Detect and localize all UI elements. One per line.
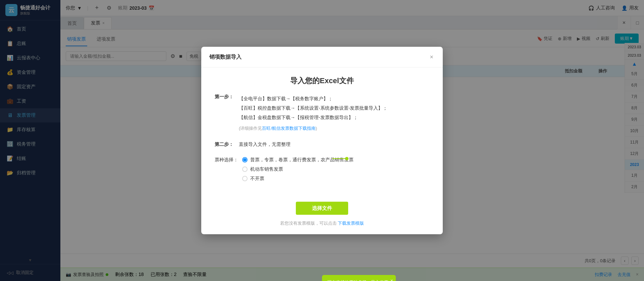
tooltip-wrapper: × 现在支持的票种多了，导入发票时别忘了选择正确的发票类型呀！ <box>349 144 423 173</box>
tooltip-line <box>332 158 345 159</box>
tooltip-dot <box>345 157 348 160</box>
ticket-label: 票种选择： <box>215 157 238 163</box>
modal-footer: 选择文件 若您没有发票模版，可以点击 下载发票模版 <box>201 196 443 234</box>
step1-line2: 【百旺】税控盘数据下载→【系统设置-系统参数设置-发票批量导入】； <box>239 103 387 113</box>
tooltip-box: × 现在支持的票种多了，导入发票时别忘了选择正确的发票类型呀！ <box>322 275 396 281</box>
download-note: 若您没有发票模版，可以点击 <box>280 221 337 226</box>
step1-line3: 【航信】金税盘数据下载→【报税管理-发票数据导出】； <box>239 113 387 122</box>
tooltip-container: × 现在支持的票种多了，导入发票时别忘了选择正确的发票类型呀！ <box>349 144 423 173</box>
tooltip-text: 现在支持的票种多了，导入发票时别忘了选择正确的发票类型呀！ <box>327 280 388 281</box>
modal-close-btn[interactable]: × <box>428 52 435 62</box>
step2-content: 直接导入文件，无需整理 <box>236 139 290 149</box>
radio-label-2: 机动车销售发票 <box>250 166 283 172</box>
modal-title: 销项数据导入 <box>209 54 241 61</box>
import-modal: 销项数据导入 × 导入您的Excel文件 第一步： 【全电平台】数据下载→【税务… <box>201 47 443 234</box>
guide-link[interactable]: 百旺/航信发票数据下载指南 <box>262 126 316 131</box>
radio-circle-1 <box>242 157 248 163</box>
modal-body: 导入您的Excel文件 第一步： 【全电平台】数据下载→【税务数字账户】； 【百… <box>201 68 443 196</box>
tooltip-close-btn[interactable]: × <box>390 277 393 281</box>
radio-circle-2 <box>242 167 248 172</box>
radio-group: 普票，专票，卷票，通行费发票，农产品销售发票 机动车销售发票 不开票 <box>241 157 354 182</box>
step1-line1: 【全电平台】数据下载→【税务数字账户】； <box>239 94 387 103</box>
step2-label: 第二步： <box>215 142 233 148</box>
download-link[interactable]: 下载发票模版 <box>338 221 364 226</box>
select-file-btn[interactable]: 选择文件 <box>296 202 348 215</box>
step1-content: 【全电平台】数据下载→【税务数字账户】； 【百旺】税控盘数据下载→【系统设置-系… <box>236 94 387 133</box>
radio-option-3[interactable]: 不开票 <box>242 176 354 182</box>
step1: 第一步： 【全电平台】数据下载→【税务数字账户】； 【百旺】税控盘数据下载→【系… <box>215 94 429 133</box>
radio-circle-3 <box>242 176 248 181</box>
radio-label-3: 不开票 <box>250 176 264 182</box>
step1-note: (详细操作见百旺/航信发票数据下载指南) <box>239 123 387 133</box>
radio-option-2[interactable]: 机动车销售发票 <box>242 166 354 172</box>
tooltip-connector <box>332 157 348 160</box>
download-template: 若您没有发票模版，可以点击 下载发票模版 <box>280 220 364 226</box>
modal-main-title: 导入您的Excel文件 <box>215 76 429 86</box>
step1-label: 第一步： <box>215 94 233 130</box>
modal-header: 销项数据导入 × <box>201 47 443 68</box>
